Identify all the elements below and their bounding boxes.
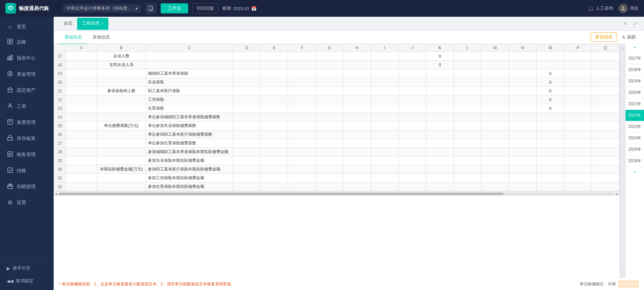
horizontal-scrollbar[interactable]: ◂ ▸ [54,191,620,196]
table-cell[interactable] [233,78,260,87]
table-cell[interactable] [398,139,426,148]
table-cell[interactable]: 参加生育保险本期实际缴费金额 [146,183,233,191]
table-cell[interactable] [316,122,343,130]
table-row[interactable]: 32参加生育保险本期实际缴费金额 [54,183,620,191]
table-cell[interactable] [481,104,509,113]
table-cell[interactable] [261,87,288,95]
sidebar-item-unpin[interactable]: ◀◀ 取消固定 [0,275,54,287]
table-cell[interactable]: 19 [54,69,66,78]
sidebar-item-ledger[interactable]: 总账 [0,34,54,50]
table-cell[interactable] [592,69,619,78]
table-cell[interactable]: 28 [54,148,66,156]
workbench-button[interactable]: 工作台 [161,3,188,13]
table-cell[interactable] [481,95,509,104]
table-cell[interactable]: 32 [54,183,66,191]
table-cell[interactable] [261,156,288,165]
table-cell[interactable] [564,139,592,148]
table-cell[interactable] [592,52,619,61]
table-cell[interactable]: 单位参加职工基本医疗保险缴费基数 [146,130,233,139]
table-cell[interactable] [509,174,536,183]
table-cell[interactable] [343,78,371,87]
table-cell[interactable] [481,78,509,87]
table-cell[interactable] [564,95,592,104]
table-cell[interactable] [536,130,564,139]
table-cell[interactable]: 25 [54,122,66,130]
sidebar-item-settings[interactable]: ⚙ 设置 [0,195,54,210]
refresh-button[interactable]: ↻ 刷新 [620,33,639,42]
table-cell[interactable] [66,183,97,191]
table-cell[interactable]: 参加工伤保险本期实际缴费金额 [146,174,233,183]
table-cell[interactable]: 单位参加失业保险缴费基数 [146,122,233,130]
table-cell[interactable] [398,148,426,156]
tab-home[interactable]: 首页 [59,18,77,30]
table-cell[interactable] [426,104,453,113]
table-cell[interactable]: 失业保险 [146,78,233,87]
table-cell[interactable] [66,130,97,139]
table-cell[interactable] [371,139,398,148]
table-cell[interactable] [288,78,316,87]
table-cell[interactable] [371,165,398,174]
table-cell[interactable] [509,87,536,95]
table-row[interactable]: 23生育保险0 [54,104,620,113]
table-cell[interactable] [66,78,97,87]
table-cell[interactable] [288,156,316,165]
year-item[interactable]: 2018年 [626,64,644,76]
table-cell[interactable] [509,156,536,165]
table-cell[interactable] [316,61,343,69]
sidebar-item-reports[interactable]: 报表中心 [0,50,54,66]
table-cell[interactable] [481,69,509,78]
table-cell[interactable] [146,52,233,61]
table-cell[interactable] [288,87,316,95]
sidebar-item-assets[interactable]: 固定资产 [0,82,54,98]
table-cell[interactable] [316,156,343,165]
year-item[interactable]: 2019年 [626,76,644,87]
table-cell[interactable] [316,165,343,174]
table-row[interactable]: 20失业保险0 [54,78,620,87]
table-cell[interactable] [371,87,398,95]
table-cell[interactable] [481,52,509,61]
table-cell[interactable] [288,122,316,130]
table-cell[interactable] [97,104,146,113]
table-cell[interactable] [233,69,260,78]
table-cell[interactable] [97,78,146,87]
close-button[interactable]: × [622,19,628,28]
table-row[interactable]: 26单位参加职工基本医疗保险缴费基数 [54,130,620,139]
table-cell[interactable]: 24 [54,113,66,122]
table-row[interactable]: 24单位参加城镇职工基本养老保险缴费基数 [54,113,620,122]
table-cell[interactable] [371,104,398,113]
table-cell[interactable] [97,130,146,139]
table-cell[interactable]: 23 [54,104,66,113]
table-cell[interactable] [371,52,398,61]
table-cell[interactable] [316,104,343,113]
table-cell[interactable] [343,130,371,139]
table-cell[interactable] [233,148,260,156]
table-cell[interactable] [454,130,481,139]
table-cell[interactable] [592,165,619,174]
table-cell[interactable] [288,174,316,183]
table-cell[interactable] [66,174,97,183]
table-cell[interactable] [233,174,260,183]
table-cell[interactable] [536,52,564,61]
table-cell[interactable] [592,104,619,113]
table-cell[interactable]: 参加失业保险本期实际缴费金额 [146,156,233,165]
table-cell[interactable] [481,61,509,69]
table-cell[interactable] [564,52,592,61]
table-cell[interactable]: 生育保险 [146,104,233,113]
table-cell[interactable] [509,183,536,191]
table-cell[interactable] [288,130,316,139]
table-cell[interactable] [261,130,288,139]
table-cell[interactable] [316,130,343,139]
table-cell[interactable] [288,69,316,78]
table-row[interactable]: 25单位缴费基数(万元)单位参加失业保险缴费基数 [54,122,620,130]
table-cell[interactable]: 21 [54,87,66,95]
table-cell[interactable] [66,165,97,174]
table-cell[interactable] [481,122,509,130]
year-item[interactable]: 2017年 [626,53,644,64]
table-cell[interactable] [233,95,260,104]
sidebar-item-invoice[interactable]: 发票管理 [0,115,54,131]
table-cell[interactable]: 0 [426,61,453,69]
scroll-left-icon[interactable]: ◂ [55,192,57,196]
table-cell[interactable] [592,130,619,139]
table-cell[interactable] [343,174,371,183]
table-cell[interactable] [371,95,398,104]
